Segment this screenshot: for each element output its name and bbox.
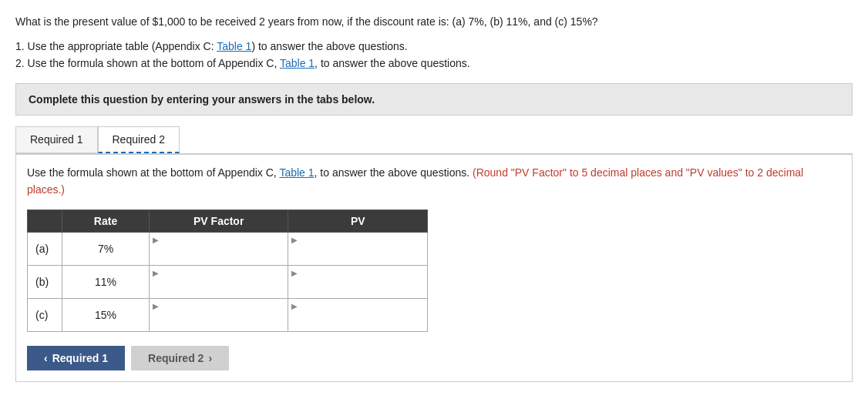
row-b-pv-factor-input[interactable] <box>150 278 288 298</box>
next-arrow-icon: › <box>208 352 212 364</box>
table-row: (c) 15% ▶ ▶ <box>28 298 428 331</box>
row-a-pv-arrow: ▶ <box>288 236 298 244</box>
row-c-label: (c) <box>28 298 62 331</box>
prev-required1-button[interactable]: ‹ Required 1 <box>27 346 125 370</box>
pv-table: Rate PV Factor PV (a) 7% ▶ ▶ (b) 11% <box>27 210 428 332</box>
question-text: What is the present value of $1,000 to b… <box>15 14 853 30</box>
col-header-empty <box>28 210 62 232</box>
row-b-pv-cell: ▶ <box>288 265 428 298</box>
tab-required1[interactable]: Required 1 <box>15 126 98 153</box>
rounding-note: (Round "PV Factor" to 5 decimal places a… <box>27 166 803 196</box>
row-b-pv-input[interactable] <box>288 278 427 298</box>
next-required2-button[interactable]: Required 2 › <box>131 346 229 370</box>
bottom-nav: ‹ Required 1 Required 2 › <box>27 346 841 370</box>
row-c-pv-factor-arrow: ▶ <box>150 302 159 310</box>
instructions: 1. Use the appropriate table (Appendix C… <box>15 38 853 72</box>
row-a-label: (a) <box>28 232 62 265</box>
row-a-pv-factor-input[interactable] <box>150 245 288 265</box>
tabs-row: Required 1 Required 2 <box>15 126 853 155</box>
tab-content: Use the formula shown at the bottom of A… <box>15 155 853 382</box>
col-header-pv: PV <box>288 210 428 232</box>
table1-link-2[interactable]: Table 1 <box>280 57 315 69</box>
row-c-pv-factor-input[interactable] <box>150 311 288 331</box>
row-b-pv-arrow: ▶ <box>288 269 298 277</box>
row-c-pv-factor-cell: ▶ <box>149 298 288 331</box>
row-b-rate: 11% <box>62 265 150 298</box>
row-a-pv-input[interactable] <box>288 245 427 265</box>
col-header-rate: Rate <box>62 210 150 232</box>
table-row: (b) 11% ▶ ▶ <box>28 265 428 298</box>
row-a-pv-cell: ▶ <box>288 232 428 265</box>
tab-description: Use the formula shown at the bottom of A… <box>27 164 841 199</box>
row-b-label: (b) <box>28 265 62 298</box>
row-a-pv-factor-arrow: ▶ <box>150 236 159 244</box>
row-c-rate: 15% <box>62 298 150 331</box>
row-b-pv-factor-arrow: ▶ <box>150 269 159 277</box>
row-a-rate: 7% <box>62 232 150 265</box>
prev-arrow-icon: ‹ <box>44 352 48 364</box>
table-row: (a) 7% ▶ ▶ <box>28 232 428 265</box>
row-a-pv-factor-cell: ▶ <box>149 232 288 265</box>
instruction-line2: 2. Use the formula shown at the bottom o… <box>15 55 853 72</box>
complete-box: Complete this question by entering your … <box>15 83 853 116</box>
row-c-pv-input[interactable] <box>288 311 427 331</box>
instruction-line1: 1. Use the appropriate table (Appendix C… <box>15 38 853 55</box>
row-b-pv-factor-cell: ▶ <box>149 265 288 298</box>
col-header-pv-factor: PV Factor <box>149 210 288 232</box>
row-c-pv-arrow: ▶ <box>288 302 298 310</box>
tab-required2[interactable]: Required 2 <box>98 126 180 153</box>
complete-box-text: Complete this question by entering your … <box>29 93 375 106</box>
table1-link-1[interactable]: Table 1 <box>217 40 251 52</box>
table1-link-3[interactable]: Table 1 <box>279 166 314 179</box>
row-c-pv-cell: ▶ <box>288 298 428 331</box>
